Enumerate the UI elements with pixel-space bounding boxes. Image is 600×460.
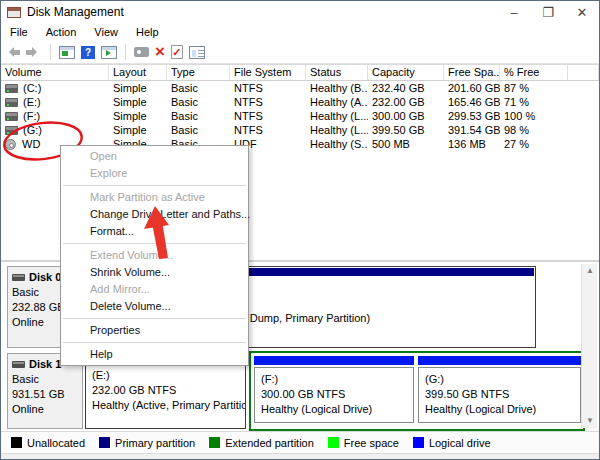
show-window-icon[interactable]	[101, 46, 117, 59]
menu-item-explore: Explore	[61, 165, 248, 182]
menu-separator	[63, 243, 246, 244]
scroll-down-icon[interactable]: ▼	[582, 414, 598, 428]
context-menu: Open Explore Mark Partition as Active Ch…	[60, 145, 249, 366]
legend-swatch	[413, 437, 424, 448]
menu-action[interactable]: Action	[37, 26, 86, 38]
extended-partition-box: (F:) 300.00 GB NTFS Healthy (Logical Dri…	[249, 351, 585, 431]
drive-icon	[5, 126, 18, 135]
app-icon	[7, 7, 21, 18]
menu-item-change-drive-letter[interactable]: Change Drive Letter and Paths...	[61, 206, 248, 223]
menu-separator	[63, 185, 246, 186]
volume-table-header: Volume Layout Type File System Status Ca…	[1, 65, 599, 81]
legend-swatch	[99, 437, 110, 448]
forward-icon[interactable]	[26, 47, 42, 57]
drive-icon	[5, 98, 18, 107]
help-icon[interactable]: ?	[81, 46, 95, 59]
menu-item-shrink-volume[interactable]: Shrink Volume...	[61, 264, 248, 281]
status-bar	[1, 453, 599, 459]
disk-icon	[12, 274, 25, 281]
legend-swatch	[209, 437, 220, 448]
check-document-icon[interactable]: ✓	[171, 45, 183, 59]
menu-item-properties[interactable]: Properties	[61, 322, 248, 339]
delete-volume-icon[interactable]: ×	[155, 45, 165, 59]
disc-icon	[5, 139, 16, 150]
table-row-g[interactable]: (G:) SimpleBasic NTFSHealthy (L... 399.5…	[1, 123, 599, 137]
minimize-button[interactable]: –	[497, 1, 531, 23]
col-empty	[568, 65, 599, 80]
maximize-button[interactable]: ❐	[531, 1, 565, 23]
window-title: Disk Management	[27, 5, 124, 19]
menubar: File Action View Help	[1, 23, 599, 41]
drive-icon	[5, 84, 18, 93]
col-free-space[interactable]: Free Spa...	[444, 65, 500, 80]
legend-extended-partition: Extended partition	[209, 437, 314, 449]
disk-management-window: Disk Management – ❐ ✕ File Action View H…	[0, 0, 600, 460]
console-window-icon[interactable]	[59, 46, 75, 59]
col-capacity[interactable]: Capacity	[368, 65, 444, 80]
legend-swatch	[11, 437, 22, 448]
toolbar: ? × ✓	[1, 41, 599, 64]
menu-item-format[interactable]: Format...	[61, 223, 248, 240]
col-file-system[interactable]: File System	[230, 65, 306, 80]
titlebar: Disk Management – ❐ ✕	[1, 1, 599, 23]
scroll-up-icon[interactable]: ▲	[582, 264, 598, 278]
legend-swatch	[328, 437, 339, 448]
vertical-scrollbar[interactable]: ▲ ▼	[581, 264, 597, 428]
col-status[interactable]: Status	[306, 65, 368, 80]
legend-free-space: Free space	[328, 437, 399, 449]
legend-primary-partition: Primary partition	[99, 437, 195, 449]
disk-icon	[12, 361, 25, 368]
legend-unallocated: Unallocated	[11, 437, 85, 449]
menu-item-mark-partition-active: Mark Partition as Active	[61, 189, 248, 206]
legend-logical-drive: Logical drive	[413, 437, 491, 449]
table-row-e[interactable]: (E:) SimpleBasic NTFSHealthy (A... 232.0…	[1, 95, 599, 109]
menu-view[interactable]: View	[85, 26, 127, 38]
drive-icon	[5, 112, 18, 121]
menu-separator	[63, 318, 246, 319]
col-pct-free[interactable]: % Free	[500, 65, 568, 80]
col-layout[interactable]: Layout	[109, 65, 167, 80]
table-row-f[interactable]: (F:) SimpleBasic NTFSHealthy (L... 300.0…	[1, 109, 599, 123]
menu-item-add-mirror: Add Mirror...	[61, 281, 248, 298]
menu-separator	[63, 342, 246, 343]
toolbar-separator	[50, 44, 51, 60]
menu-item-open: Open	[61, 148, 248, 165]
menu-item-extend-volume: Extend Volume...	[61, 247, 248, 264]
menu-help[interactable]: Help	[127, 26, 168, 38]
menu-item-help[interactable]: Help	[61, 346, 248, 363]
menu-file[interactable]: File	[1, 26, 37, 38]
logical-drive-bar	[418, 356, 581, 365]
partition-f[interactable]: (F:) 300.00 GB NTFS Healthy (Logical Dri…	[254, 356, 414, 426]
properties-icon[interactable]	[189, 46, 205, 59]
table-row-c[interactable]: (C:) SimpleBasic NTFSHealthy (B... 232.4…	[1, 81, 599, 95]
col-volume[interactable]: Volume	[1, 65, 109, 80]
logical-drive-bar	[254, 356, 414, 365]
menu-item-delete-volume[interactable]: Delete Volume...	[61, 298, 248, 315]
pointer-tool-icon[interactable]	[134, 47, 149, 57]
close-button[interactable]: ✕	[565, 1, 599, 23]
col-type[interactable]: Type	[167, 65, 230, 80]
back-icon[interactable]	[4, 47, 20, 57]
toolbar-separator	[125, 44, 126, 60]
legend-bar: Unallocated Primary partition Extended p…	[1, 431, 599, 453]
partition-g[interactable]: (G:) 399.50 GB NTFS Healthy (Logical Dri…	[418, 356, 581, 426]
